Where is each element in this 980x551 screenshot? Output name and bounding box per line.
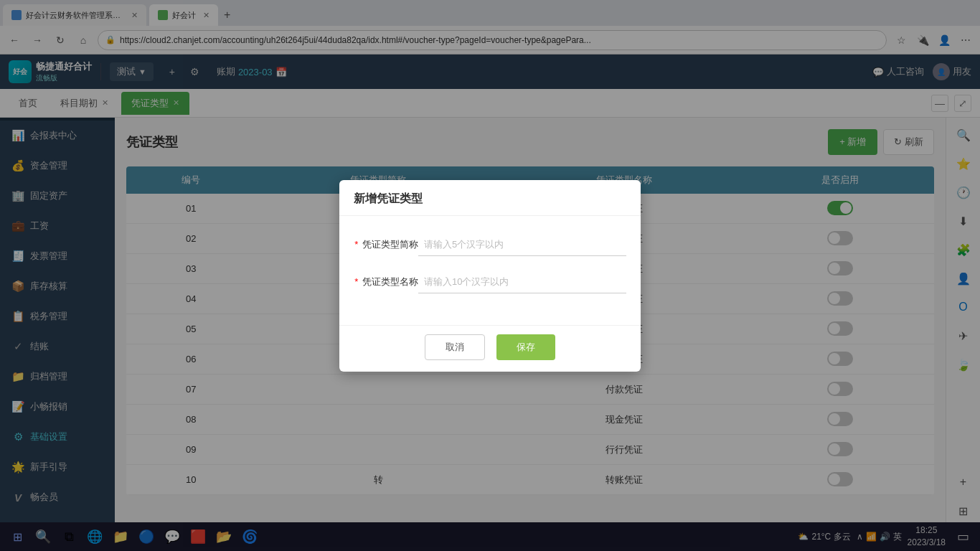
save-button[interactable]: 保存: [496, 334, 555, 360]
modal-footer: 取消 保存: [339, 325, 641, 372]
name-input[interactable]: [418, 270, 626, 293]
form-row-abbr: * 凭证类型简称: [354, 233, 626, 256]
abbr-label: * 凭证类型简称: [354, 238, 418, 251]
modal-title: 新增凭证类型: [354, 192, 423, 204]
add-voucher-modal: 新增凭证类型 * 凭证类型简称 * 凭证类型名称 取消 保存: [339, 180, 641, 372]
modal-header: 新增凭证类型: [339, 180, 641, 216]
cancel-button[interactable]: 取消: [425, 334, 485, 360]
required-marker-1: *: [354, 239, 358, 250]
abbr-input[interactable]: [418, 233, 626, 256]
modal-overlay: 新增凭证类型 * 凭证类型简称 * 凭证类型名称 取消 保存: [0, 0, 980, 551]
modal-body: * 凭证类型简称 * 凭证类型名称: [339, 216, 641, 325]
form-row-name: * 凭证类型名称: [354, 270, 626, 293]
required-marker-2: *: [354, 276, 358, 287]
name-label: * 凭证类型名称: [354, 276, 418, 288]
